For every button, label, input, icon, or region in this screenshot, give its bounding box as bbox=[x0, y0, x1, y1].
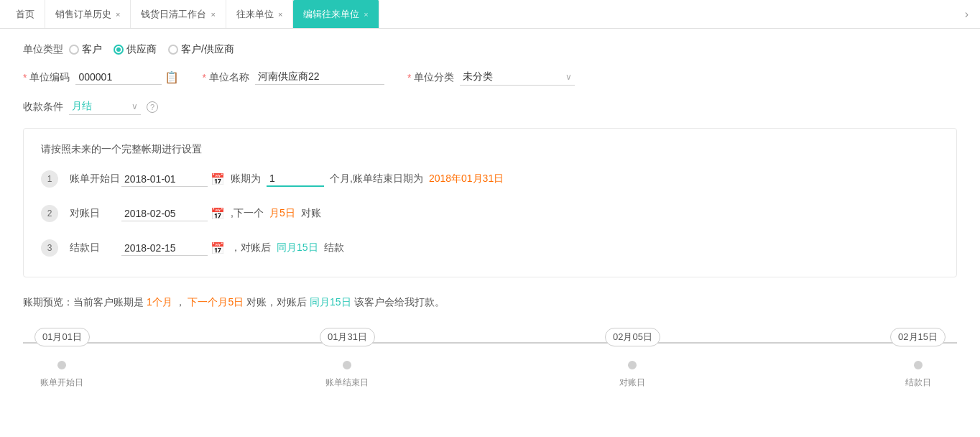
radio-supplier-circle bbox=[114, 45, 124, 55]
payment-term-row: 收款条件 月结 ∨ ? bbox=[23, 98, 957, 115]
tab-partner-units[interactable]: 往来单位 × bbox=[226, 0, 293, 28]
period-suffix-2a: ,下一个 bbox=[231, 207, 264, 220]
unit-name-field: * 单位名称 bbox=[202, 70, 384, 85]
period-title: 请按照未来的一个完整帐期进行设置 bbox=[41, 143, 939, 156]
timeline-dot-4 bbox=[914, 361, 923, 369]
period-calendar-2[interactable]: 📅 bbox=[211, 207, 225, 221]
timeline-dot-2 bbox=[343, 361, 351, 369]
unit-classify-dropdown[interactable]: 未分类 ∨ bbox=[460, 69, 575, 86]
period-suffix-1: 账期为 bbox=[231, 172, 261, 185]
preview-highlight3: 同月15日 bbox=[310, 296, 351, 308]
tabs-bar: 首页 销售订单历史 × 钱货日清工作台 × 往来单位 × 编辑往来单位 × › bbox=[0, 0, 980, 29]
unit-info-row: * 单位编码 📋 * 单位名称 * 单位分类 未分类 ∨ bbox=[23, 69, 957, 86]
period-num-3: 3 bbox=[41, 239, 58, 257]
unit-code-required: * bbox=[23, 72, 27, 83]
timeline: 01月01日 账单开始日 01月31日 账单结束日 02月05日 对账日 bbox=[23, 328, 957, 389]
radio-both-label: 客户/供应商 bbox=[181, 43, 234, 56]
period-suffix-2b: 月5日 bbox=[269, 207, 295, 220]
tab-partner-units-close[interactable]: × bbox=[278, 10, 282, 19]
radio-both-circle bbox=[168, 45, 178, 55]
timeline-badge-1: 01月01日 bbox=[34, 328, 90, 346]
unit-type-radio-group: 客户 供应商 客户/供应商 bbox=[69, 43, 234, 56]
period-suffix-2c: 对账 bbox=[301, 207, 321, 220]
timeline-badge-4: 02月15日 bbox=[890, 328, 946, 346]
period-label-2: 对账日 bbox=[70, 207, 113, 220]
timeline-node-2: 01月31日 账单结束日 bbox=[320, 328, 375, 389]
preview-text: 账期预览：当前客户账期是 1个月 ， 下一个月5日 对账，对账后 同月15日 该… bbox=[23, 289, 957, 316]
radio-supplier-label: 供应商 bbox=[126, 43, 157, 56]
unit-code-label: 单位编码 bbox=[29, 71, 70, 84]
period-label-3: 结款日 bbox=[70, 242, 113, 254]
unit-name-input[interactable] bbox=[255, 70, 384, 85]
period-months-input[interactable] bbox=[267, 171, 324, 187]
tab-edit-partner[interactable]: 编辑往来单位 × bbox=[293, 0, 379, 28]
period-suffix-3b: 同月15日 bbox=[277, 242, 318, 254]
timeline-node-4: 02月15日 结款日 bbox=[890, 328, 946, 389]
period-suffix-3a: ，对账后 bbox=[231, 242, 271, 254]
timeline-node-3: 02月05日 对账日 bbox=[605, 328, 660, 389]
timeline-label-1: 账单开始日 bbox=[40, 377, 83, 389]
period-suffix-3c: 结款 bbox=[324, 242, 344, 254]
period-months-unit: 个月,账单结束日期为 bbox=[330, 172, 423, 185]
tab-scroll-arrow[interactable]: › bbox=[959, 8, 974, 21]
period-date-1[interactable] bbox=[121, 172, 208, 187]
timeline-dot-3 bbox=[628, 361, 637, 369]
main-content: 单位类型 客户 供应商 客户/供应商 * 单位编码 📋 * 单位名称 bbox=[0, 29, 980, 437]
period-settings-box: 请按照未来的一个完整帐期进行设置 1 账单开始日 📅 账期为 个月,账单结束日期… bbox=[23, 128, 957, 277]
unit-type-label: 单位类型 bbox=[23, 43, 63, 56]
period-num-2: 2 bbox=[41, 205, 58, 222]
tab-sales-history-close[interactable]: × bbox=[116, 10, 120, 19]
unit-classify-arrow[interactable]: ∨ bbox=[563, 72, 575, 82]
unit-name-required: * bbox=[202, 72, 205, 83]
unit-classify-field: * 单位分类 未分类 ∨ bbox=[407, 69, 575, 86]
unit-code-field: * 单位编码 📋 bbox=[23, 70, 179, 85]
period-calendar-1[interactable]: 📅 bbox=[211, 172, 225, 186]
payment-term-value: 月结 bbox=[69, 98, 129, 114]
tab-cash-work-close[interactable]: × bbox=[211, 10, 215, 19]
period-calendar-3[interactable]: 📅 bbox=[211, 242, 225, 255]
help-icon[interactable]: ? bbox=[147, 101, 158, 113]
tab-edit-partner-close[interactable]: × bbox=[364, 10, 368, 19]
radio-customer-label: 客户 bbox=[82, 43, 102, 56]
period-row-2: 2 对账日 📅 ,下一个 月5日 对账 bbox=[41, 205, 939, 222]
timeline-badge-2: 01月31日 bbox=[320, 328, 375, 346]
timeline-dot-1 bbox=[57, 361, 66, 369]
payment-term-label: 收款条件 bbox=[23, 101, 63, 114]
tab-sales-history[interactable]: 销售订单历史 × bbox=[45, 0, 131, 28]
period-row-3: 3 结款日 📅 ，对账后 同月15日 结款 bbox=[41, 239, 939, 257]
unit-classify-label: 单位分类 bbox=[414, 71, 454, 84]
period-num-1: 1 bbox=[41, 170, 58, 188]
period-row-1: 1 账单开始日 📅 账期为 个月,账单结束日期为 2018年01月31日 bbox=[41, 170, 939, 188]
timeline-label-2: 账单结束日 bbox=[325, 377, 369, 389]
preview-highlight2: 下一个月5日 bbox=[188, 296, 244, 308]
period-date-3[interactable] bbox=[121, 241, 208, 256]
unit-type-row: 单位类型 客户 供应商 客户/供应商 bbox=[23, 43, 957, 56]
radio-supplier[interactable]: 供应商 bbox=[114, 43, 157, 56]
payment-term-arrow[interactable]: ∨ bbox=[129, 101, 141, 111]
period-date-2[interactable] bbox=[121, 206, 208, 221]
period-end-date-highlight: 2018年01月31日 bbox=[429, 172, 504, 185]
radio-customer-circle bbox=[69, 45, 79, 55]
tab-cash-work[interactable]: 钱货日清工作台 × bbox=[131, 0, 226, 28]
copy-icon[interactable]: 📋 bbox=[165, 70, 179, 84]
unit-name-label: 单位名称 bbox=[209, 71, 249, 84]
radio-both[interactable]: 客户/供应商 bbox=[168, 43, 234, 56]
tab-home[interactable]: 首页 bbox=[6, 0, 45, 28]
timeline-nodes: 01月01日 账单开始日 01月31日 账单结束日 02月05日 对账日 bbox=[34, 328, 946, 389]
unit-classify-required: * bbox=[407, 72, 411, 83]
timeline-node-1: 01月01日 账单开始日 bbox=[34, 328, 90, 389]
unit-code-input[interactable] bbox=[75, 70, 162, 85]
timeline-label-3: 对账日 bbox=[619, 377, 645, 389]
preview-highlight1: 1个月 bbox=[147, 296, 172, 308]
unit-classify-value: 未分类 bbox=[460, 69, 563, 85]
period-label-1: 账单开始日 bbox=[70, 172, 113, 185]
payment-term-dropdown[interactable]: 月结 ∨ bbox=[69, 98, 141, 115]
timeline-badge-3: 02月05日 bbox=[605, 328, 660, 346]
timeline-label-4: 结款日 bbox=[905, 377, 931, 389]
radio-customer[interactable]: 客户 bbox=[69, 43, 102, 56]
